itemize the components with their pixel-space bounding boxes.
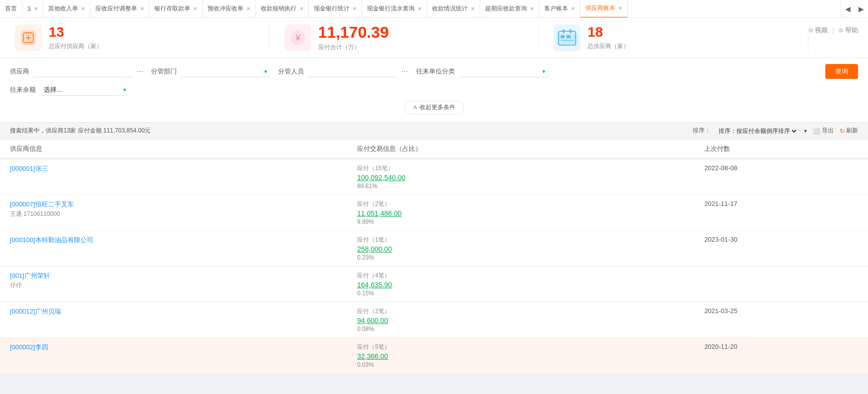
supplier-link[interactable]: [001]广州荣轩 [10, 272, 50, 279]
filter-row-2: 往来余额 选择... [10, 84, 858, 96]
nav-tab-home[interactable]: 首页 [0, 0, 22, 18]
export-button[interactable]: ⬜ 导出 [813, 127, 834, 135]
tx-amount[interactable]: 100,092,540.00 [357, 174, 684, 182]
payable-suppliers-label: 总应付供应商（家） [49, 42, 102, 51]
nav-next-button[interactable]: ▶ [855, 0, 868, 18]
supplier-link[interactable]: [000002]李四 [10, 343, 48, 351]
col-header-last-payment: 上次付数 [694, 139, 868, 159]
close-icon[interactable]: ✕ [140, 6, 144, 11]
nav-tab-home-label: 首页 [5, 4, 17, 13]
col-header-supplier: 供应商信息 [0, 139, 347, 159]
nav-prev-button[interactable]: ◀ [841, 0, 855, 18]
balance-filter-select[interactable]: 选择... [40, 84, 129, 96]
supplier-link[interactable]: [000001]张三 [10, 165, 48, 172]
tx-amount[interactable]: 164,635.90 [357, 281, 684, 289]
close-icon[interactable]: ✕ [299, 6, 303, 11]
tx-amount[interactable]: 11,051,486.00 [357, 209, 684, 217]
nav-tab-overdue-ar[interactable]: 超期应收款查询 ✕ [480, 0, 539, 18]
dept-filter-select[interactable] [181, 66, 270, 77]
export-label: 导出 [822, 127, 834, 135]
tx-info-cell: 应付（4笔） 164,635.90 0.15% [347, 266, 694, 302]
table-row: [000002]李四应付（5笔） 32,366.00 0.03%2020-11-… [0, 338, 868, 374]
sort-select[interactable]: 排序：按应付余额倒序排序 [717, 127, 798, 135]
supplier-sub-info: 王通 17106110000 [10, 210, 337, 218]
close-icon[interactable]: ✕ [246, 6, 250, 11]
refresh-button[interactable]: ↻ 刷新 [840, 127, 858, 135]
nav-tab-ar-ap-adjust[interactable]: 应收应付调整单 ✕ [90, 0, 149, 18]
category-filter-select[interactable] [459, 66, 548, 77]
supplier-link[interactable]: [000012]广州贝瑞 [10, 308, 61, 315]
close-icon[interactable]: ✕ [618, 5, 622, 11]
table-row: [000007]恒旺二手叉车王通 17106110000应付（2笔） 11,05… [0, 195, 868, 231]
nav-tab-bank-deposit-label: 银行存取款单 [154, 4, 190, 13]
nav-tab-receipt-stat[interactable]: 收款情况统计 ✕ [427, 0, 480, 18]
nav-tab-supplier-book[interactable]: 供应商账本 ✕ [580, 0, 628, 18]
help-link[interactable]: ⊙ 帮助 [838, 26, 858, 35]
close-icon[interactable]: ✕ [571, 6, 575, 11]
nav-tab-receipt-verify-label: 收款核销执行 [261, 4, 296, 13]
help-area: ⊙ 视频 ｜ ⊙ 帮助 [808, 24, 858, 52]
tx-amount[interactable]: 258,000.00 [357, 245, 684, 253]
supplier-dots-button[interactable]: ··· [137, 67, 143, 76]
last-payment-date: 2023-01-30 [704, 236, 737, 243]
table-header: 供应商信息 应付交易信息（占比） 上次付数 [0, 139, 868, 159]
supplier-info-cell: [001]广州荣轩仔仔 [0, 266, 347, 302]
nav-tab-other-income[interactable]: 其他收入单 ✕ [43, 0, 90, 18]
close-icon[interactable]: ✕ [530, 6, 534, 11]
card-text-payable-total: 11,170.39 应付合计（万） [318, 24, 389, 52]
nav-tab-prepay-ar[interactable]: 预收冲应收单 ✕ [203, 0, 256, 18]
nav-tab-cash-bank-stat[interactable]: 现金银行统计 ✕ [309, 0, 362, 18]
close-icon[interactable]: ✕ [34, 6, 38, 11]
collapse-button[interactable]: ∧ 收起更多条件 [404, 101, 463, 114]
video-link[interactable]: ⊙ 视频 [808, 26, 828, 35]
last-payment-cell [694, 266, 868, 302]
payable-suppliers-icon [15, 24, 42, 51]
close-icon[interactable]: ✕ [353, 6, 357, 11]
filter-item-balance: 往来余额 选择... [10, 84, 129, 96]
nav-tab-supplier-book-label: 供应商账本 [585, 4, 615, 12]
supplier-info-cell: [000100]本特勤油品有限公司 [0, 231, 347, 266]
search-button[interactable]: 查询 [825, 64, 858, 79]
nav-tab-cash-flow[interactable]: 现金银行流水查询 ✕ [362, 0, 427, 18]
payable-suppliers-number: 13 [49, 25, 102, 40]
nav-tab-customer-book[interactable]: 客户账本 ✕ [539, 0, 580, 18]
results-summary: 搜索结果中，供应商13家 应付金额 111,703,854.00元 [10, 127, 150, 135]
nav-tab-cash-flow-label: 现金银行流水查询 [367, 4, 415, 13]
close-icon[interactable]: ✕ [471, 6, 475, 11]
svg-rect-12 [570, 29, 572, 33]
nav-tab-receipt-verify[interactable]: 收款核销执行 ✕ [256, 0, 309, 18]
supplier-filter-input[interactable] [33, 66, 133, 77]
supplier-filter-label: 供应商 [10, 67, 29, 76]
tx-label: 应付（4笔） [357, 271, 684, 280]
collapse-area: ∧ 收起更多条件 [10, 101, 858, 114]
close-icon[interactable]: ✕ [418, 6, 422, 11]
tx-info-cell: 应付（1笔） 258,000.00 0.23% [347, 231, 694, 266]
tx-pct: 0.03% [357, 361, 684, 368]
tx-label: 应付（5笔） [357, 343, 684, 351]
last-payment-cell: 2020-11-20 [694, 338, 868, 374]
balance-filter-label: 往来余额 [10, 85, 36, 94]
table-wrap: 供应商信息 应付交易信息（占比） 上次付数 [000001]张三应付（15笔） … [0, 139, 868, 374]
refresh-icon: ↻ [840, 128, 845, 134]
total-suppliers-icon [554, 24, 580, 51]
filter-row-1: 供应商 ··· 分管部门 分管人员 ··· 往来单位分类 [10, 64, 858, 79]
card-text-payable-suppliers: 13 总应付供应商（家） [49, 25, 102, 51]
close-icon[interactable]: ✕ [81, 6, 85, 11]
tx-info-cell: 应付（2笔） 94,600.00 0.08% [347, 302, 694, 338]
supplier-link[interactable]: [000100]本特勤油品有限公司 [10, 236, 93, 244]
payable-total-number: 11,170.39 [318, 24, 389, 41]
table-row: [000001]张三应付（15笔） 100,092,540.00 89.61%2… [0, 159, 868, 195]
tx-amount[interactable]: 32,366.00 [357, 352, 684, 360]
nav-tab-other-income-label: 其他收入单 [48, 4, 78, 13]
nav-tab-3[interactable]: 3 ✕ [22, 0, 43, 18]
svg-rect-11 [563, 29, 565, 33]
person-dots-button[interactable]: ··· [401, 67, 408, 76]
nav-tab-bank-deposit[interactable]: 银行存取款单 ✕ [149, 0, 203, 18]
supplier-link[interactable]: [000007]恒旺二手叉车 [10, 200, 74, 208]
tx-pct: 0.23% [357, 254, 684, 261]
main-content: 13 总应付供应商（家） ¥ 11,170.39 应付合计（万） [0, 18, 868, 394]
person-filter-input[interactable] [308, 66, 397, 77]
tx-amount[interactable]: 94,600.00 [357, 317, 684, 325]
sort-label: 排序： [693, 127, 711, 135]
close-icon[interactable]: ✕ [193, 6, 197, 11]
